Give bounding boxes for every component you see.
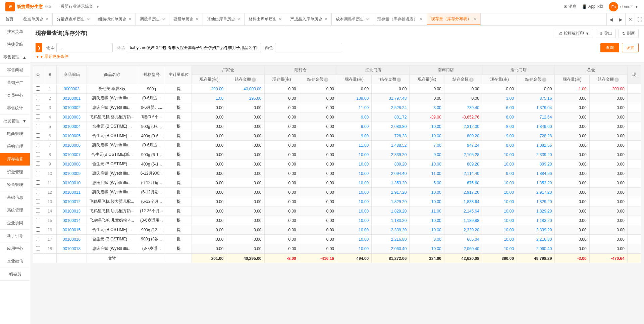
cell-lucun-qty[interactable]: 0.00: [264, 112, 299, 122]
cell-lucun-qty[interactable]: 0.00: [264, 225, 299, 235]
row-checkbox[interactable]: [36, 161, 40, 166]
goods-input[interactable]: [127, 43, 261, 52]
cell-total-qty[interactable]: 0.00: [555, 159, 589, 169]
row-checkbox[interactable]: [36, 133, 40, 138]
cell-checkbox[interactable]: [33, 150, 43, 159]
cell-yubei-qty[interactable]: 10.00: [482, 206, 517, 216]
tab-pandian[interactable]: 盘点单历史 ✕: [19, 13, 53, 25]
cell-lucun-qty[interactable]: 0.00: [264, 206, 299, 216]
cell-total-qty[interactable]: -1.00: [555, 84, 589, 94]
cell-factory-qty[interactable]: 200.00: [192, 84, 226, 94]
info-icon[interactable]: i: [469, 78, 474, 82]
cell-nanan-qty[interactable]: 3.00: [410, 235, 444, 244]
cell-nanan-qty[interactable]: 10.00: [410, 244, 444, 254]
tab-prev-btn[interactable]: ◀: [606, 13, 616, 26]
row-checkbox[interactable]: [36, 143, 40, 147]
cell-jiangbei-qty[interactable]: 10.00: [337, 197, 371, 206]
cell-factory-qty[interactable]: 0.00: [192, 225, 226, 235]
cell-checkbox[interactable]: [33, 122, 43, 131]
cell-total-qty[interactable]: 0.00: [555, 131, 589, 141]
cell-factory-qty[interactable]: 0.00: [192, 216, 226, 225]
tab-close[interactable]: ✕: [45, 17, 48, 21]
tab-close[interactable]: ✕: [128, 17, 131, 21]
cell-code[interactable]: 00100010: [57, 178, 87, 188]
cell-total-qty[interactable]: 0.00: [555, 235, 589, 244]
cell-total-qty[interactable]: 0.00: [555, 169, 589, 178]
cell-nanan-qty[interactable]: 10.00: [410, 197, 444, 206]
sidebar-item-wholesale[interactable]: 批发管理▼: [0, 115, 30, 128]
sidebar-item-purchase[interactable]: 采购管理: [0, 140, 30, 153]
cell-checkbox[interactable]: [33, 141, 43, 150]
setting-btn[interactable]: 设置: [622, 43, 639, 52]
row-checkbox[interactable]: [36, 114, 40, 119]
cell-yubei-qty[interactable]: 8.00: [482, 122, 517, 131]
cell-lucun-qty[interactable]: 0.00: [264, 235, 299, 244]
cell-lucun-qty[interactable]: 0.00: [264, 169, 299, 178]
cell-yubei-qty[interactable]: 10.00: [482, 225, 517, 235]
cell-jiangbei-qty[interactable]: 9.00: [337, 131, 371, 141]
cell-jiangbei-qty[interactable]: 9.00: [337, 112, 371, 122]
info-icon[interactable]: i: [542, 78, 546, 82]
cell-total-qty[interactable]: 0.00: [555, 197, 589, 206]
sidebar-item-nav[interactable]: 快捷导航: [0, 38, 30, 51]
cell-nanan-qty[interactable]: 3.00: [410, 103, 444, 112]
tab-close[interactable]: ✕: [196, 17, 199, 21]
cell-code[interactable]: 00100008: [57, 159, 87, 169]
row-checkbox[interactable]: [36, 124, 40, 128]
sidebar-item-apps[interactable]: 应用中心: [0, 242, 30, 255]
tab-home[interactable]: 首页: [0, 13, 19, 25]
th-gear[interactable]: ⚙: [33, 65, 43, 84]
cell-yubei-qty[interactable]: 9.00: [482, 131, 517, 141]
cell-factory-qty[interactable]: 1.00: [192, 94, 226, 103]
cell-lucun-qty[interactable]: 0.00: [264, 178, 299, 188]
cell-checkbox[interactable]: [33, 197, 43, 206]
tab-close[interactable]: ✕: [237, 17, 240, 21]
cell-nanan-qty[interactable]: 0.00: [410, 94, 444, 103]
cell-jiangbei-qty[interactable]: 10.00: [337, 216, 371, 225]
sidebar-item-ecommerce[interactable]: 电商管理: [0, 128, 30, 140]
cell-yubei-qty[interactable]: 10.00: [482, 235, 517, 244]
cell-code[interactable]: 00100018: [57, 244, 87, 254]
row-checkbox[interactable]: [36, 237, 40, 241]
sidebar-item-system[interactable]: 系统管理: [0, 204, 30, 217]
cell-yubei-qty[interactable]: 8.00: [482, 112, 517, 122]
info-icon[interactable]: i: [252, 78, 256, 82]
cell-yubei-qty[interactable]: 10.00: [482, 188, 517, 197]
app-download-btn[interactable]: 📱 App下载: [582, 4, 603, 9]
cell-checkbox[interactable]: [33, 131, 43, 141]
cell-lucun-qty[interactable]: 0.00: [264, 84, 299, 94]
tab-fenpandian[interactable]: 分量盘点单历史 ✕: [53, 13, 94, 25]
cell-code[interactable]: 00100012: [57, 197, 87, 206]
cell-yubei-qty[interactable]: 10.00: [482, 150, 517, 159]
tab-close-active[interactable]: ✕: [473, 17, 476, 21]
cell-factory-qty[interactable]: 0.00: [192, 150, 226, 159]
cell-jiangbei-qty[interactable]: 10.00: [337, 169, 371, 178]
cell-nanan-qty[interactable]: 10.00: [410, 216, 444, 225]
cell-checkbox[interactable]: [33, 84, 43, 94]
cell-lucun-qty[interactable]: 0.00: [264, 244, 299, 254]
cell-yubei-qty[interactable]: 9.00: [482, 169, 517, 178]
cell-nanan-qty[interactable]: 10.00: [410, 131, 444, 141]
filter-collapse-btn[interactable]: ❯: [36, 43, 42, 52]
cell-jiangbei-qty[interactable]: 10.00: [337, 225, 371, 235]
cell-jiangbei-qty[interactable]: 11.00: [337, 103, 371, 112]
sidebar-item-corp[interactable]: 企业协同: [0, 217, 30, 230]
cell-checkbox[interactable]: [33, 225, 43, 235]
cell-lucun-qty[interactable]: 0.00: [264, 159, 299, 169]
cell-jiangbei-qty[interactable]: 10.00: [337, 206, 371, 216]
cell-total-qty[interactable]: 0.00: [555, 225, 589, 235]
info-icon[interactable]: i: [397, 78, 401, 82]
cell-factory-qty[interactable]: 0.00: [192, 141, 226, 150]
search-btn[interactable]: 查询: [600, 43, 619, 52]
cell-lucun-qty[interactable]: 0.00: [264, 216, 299, 225]
cell-jiangbei-qty[interactable]: 10.00: [337, 150, 371, 159]
cell-lucun-qty[interactable]: 0.00: [264, 103, 299, 112]
cell-code[interactable]: 00100005: [57, 131, 87, 141]
cell-factory-qty[interactable]: 0.00: [192, 131, 226, 141]
cell-nanan-qty[interactable]: 10.00: [410, 159, 444, 169]
cell-total-qty[interactable]: 0.00: [555, 178, 589, 188]
tab-expand-btn[interactable]: ⛶: [635, 13, 644, 26]
cell-checkbox[interactable]: [33, 244, 43, 254]
tab-diaobo[interactable]: 调拨单历史 ✕: [136, 13, 169, 25]
tab-close[interactable]: ✕: [279, 17, 282, 21]
